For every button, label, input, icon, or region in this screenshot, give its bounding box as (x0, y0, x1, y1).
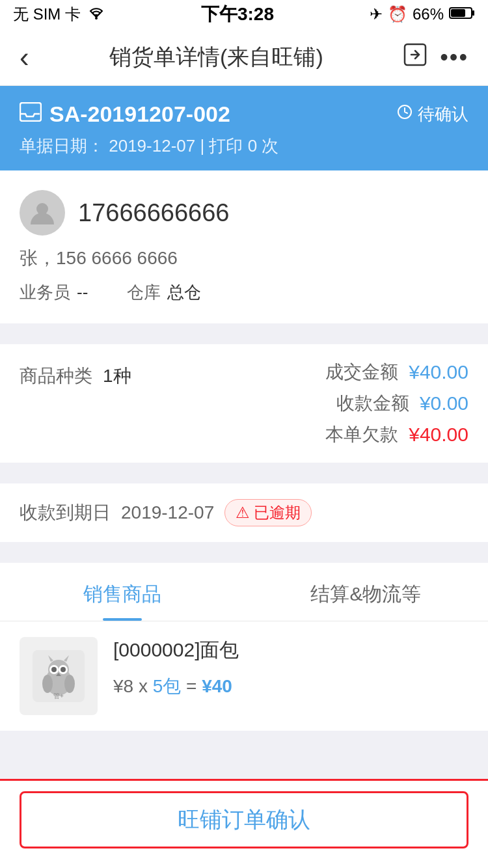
svg-rect-3 (451, 9, 465, 17)
share-icon[interactable] (403, 43, 427, 71)
order-header-card: SA-20191207-002 待确认 单据日期： 2019-12-07 | 打… (0, 86, 488, 170)
collection-amount-value: ¥0.00 (420, 392, 468, 414)
nav-right: ••• (403, 43, 468, 71)
bottom-area: 旺铺订单确认 (0, 779, 488, 868)
product-price: ¥8 x 5包 = ¥40 (113, 674, 468, 699)
wifi-icon (87, 5, 105, 23)
battery-icon (449, 5, 475, 23)
overdue-text: 已逾期 (254, 502, 301, 523)
customer-name: 张，156 6666 6666 (20, 246, 468, 271)
multiply-symbol: x (139, 676, 153, 696)
due-date-value: 2019-12-07 (121, 502, 214, 523)
svg-point-0 (95, 17, 98, 20)
divider-3 (0, 552, 488, 563)
owed-amount-value: ¥40.00 (409, 424, 468, 446)
clock-icon (397, 104, 413, 124)
order-inbox-icon (20, 102, 42, 127)
category-count: 1种 (103, 364, 131, 388)
location-icon: ✈ (370, 5, 383, 23)
unit-price: ¥8 (113, 676, 133, 696)
product-info: [0000002]面包 ¥8 x 5包 = ¥40 (113, 637, 468, 699)
product-name: [0000002]面包 (113, 637, 468, 664)
customer-phone: 17666666666 (78, 199, 229, 227)
divider-1 (0, 334, 488, 344)
status-left: 无 SIM 卡 (13, 4, 105, 25)
avatar (20, 190, 65, 236)
equals-symbol: = (186, 676, 202, 696)
battery-text: 66% (413, 5, 444, 23)
tabs: 销售商品 结算&物流等 (0, 563, 488, 621)
product-card: 管+ [0000002]面包 ¥8 x 5包 = ¥40 (0, 621, 488, 731)
due-date-label: 收款到期日 (20, 500, 111, 525)
tab-settlement-logistics[interactable]: 结算&物流等 (244, 563, 488, 621)
svg-rect-2 (472, 10, 474, 16)
overdue-badge: ⚠ 已逾期 (224, 499, 312, 526)
salesperson-label: 业务员 (20, 281, 70, 304)
nav-left: ‹ (20, 41, 29, 74)
order-status: 待确认 (397, 103, 468, 126)
status-time: 下午3:28 (201, 2, 274, 27)
deal-amount-label: 成交金额 (325, 360, 398, 385)
svg-point-19 (64, 675, 75, 693)
product-total: ¥40 (202, 676, 232, 696)
quantity: 5包 (153, 676, 182, 696)
product-thumbnail: 管+ (20, 637, 98, 715)
svg-point-16 (61, 667, 66, 672)
tab-section: 销售商品 结算&物流等 (0, 563, 488, 731)
divider-2 (0, 473, 488, 483)
tab-sales-products[interactable]: 销售商品 (0, 563, 244, 621)
order-id: SA-20191207-002 (20, 102, 230, 127)
alarm-icon: ⏰ (388, 5, 407, 23)
deal-amount-value: ¥40.00 (409, 361, 468, 383)
warehouse-value: 总仓 (167, 281, 201, 304)
salesperson-value: -- (77, 282, 88, 303)
status-bar: 无 SIM 卡 下午3:28 ✈ ⏰ 66% (0, 0, 488, 29)
due-date-card: 收款到期日 2019-12-07 ⚠ 已逾期 (0, 483, 488, 542)
status-right: ✈ ⏰ 66% (370, 5, 475, 23)
summary-card: 商品种类 1种 成交金额 ¥40.00 收款金额 ¥0.00 本单欠款 ¥40.… (0, 344, 488, 463)
page-title: 销货单详情(来自旺铺) (109, 42, 323, 72)
warehouse-label: 仓库 (127, 281, 161, 304)
nav-bar: ‹ 销货单详情(来自旺铺) ••• (0, 29, 488, 86)
order-date-info: 单据日期： 2019-12-07 | 打印 0 次 (20, 135, 468, 157)
svg-point-18 (42, 675, 53, 693)
no-sim-text: 无 SIM 卡 (13, 4, 81, 25)
owed-label: 本单欠款 (325, 422, 398, 447)
summary-right: 成交金额 ¥40.00 收款金额 ¥0.00 本单欠款 ¥40.00 (325, 360, 468, 447)
category-label: 商品种类 (20, 364, 92, 388)
svg-rect-5 (20, 103, 41, 121)
customer-card: 17666666666 张，156 6666 6666 业务员 -- 仓库 总仓 (0, 170, 488, 323)
collection-label: 收款金额 (336, 391, 409, 416)
back-button[interactable]: ‹ (20, 41, 29, 74)
confirm-order-button[interactable]: 旺铺订单确认 (20, 791, 468, 848)
svg-text:管+: 管+ (53, 692, 64, 699)
customer-meta: 业务员 -- 仓库 总仓 (20, 281, 468, 304)
more-icon[interactable]: ••• (440, 44, 468, 71)
svg-point-15 (51, 667, 57, 672)
warning-icon: ⚠ (236, 504, 250, 522)
